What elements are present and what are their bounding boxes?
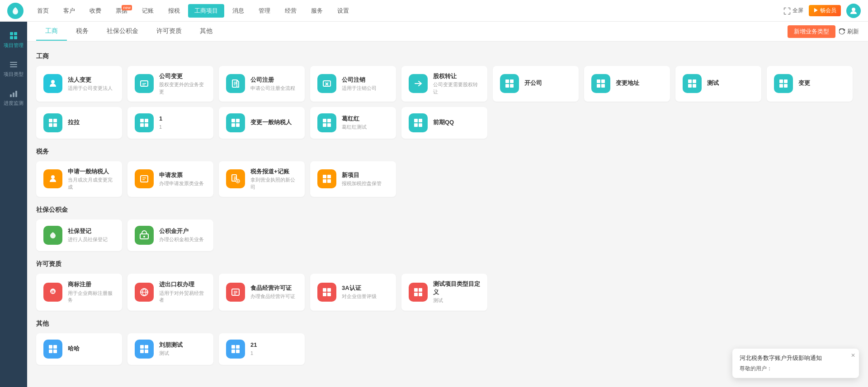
card-icon-company-reg (226, 74, 245, 93)
card-pre-qq[interactable]: 前期QQ (401, 107, 487, 139)
tab-xuke[interactable]: 许可资质 (147, 23, 191, 41)
nav-fee[interactable]: 收费 (83, 4, 108, 18)
card-name-liu-peng-test: 刘朋测试 (159, 341, 183, 349)
svg-point-1 (852, 8, 855, 11)
nav-settings[interactable]: 设置 (331, 4, 355, 18)
nav-account[interactable]: 记账 (136, 4, 160, 18)
notif-close-btn[interactable]: ✕ (851, 352, 855, 359)
svg-rect-80 (145, 350, 148, 353)
tab-shuiwu[interactable]: 税务 (67, 23, 98, 41)
svg-rect-16 (505, 79, 509, 83)
card-ge-hong-hong[interactable]: 葛红红 葛红红测试 (310, 107, 396, 139)
svg-rect-41 (236, 119, 240, 122)
card-desc-social-reg: 进行人员社保登记 (68, 236, 108, 243)
card-num1[interactable]: 1 1 (127, 107, 213, 139)
card-trademark[interactable]: 商标注册 用于企业商标注册服务 (36, 274, 122, 311)
tab-gongshang[interactable]: 工商 (36, 23, 67, 41)
card-change-tax[interactable]: 变更一般纳税人 (219, 107, 305, 139)
card-haha[interactable]: 哈哈 (36, 333, 122, 365)
card-apply-general-tax[interactable]: 申请一般纳税人 当月或次月成变更完成 (36, 161, 122, 197)
svg-rect-70 (419, 288, 422, 292)
card-company-cancel[interactable]: 公司注销 适用于注销公司 (310, 66, 396, 102)
fullscreen-btn[interactable]: 全屏 (783, 7, 803, 14)
card-desc-apply-general-tax: 当月或次月成变更完成 (68, 177, 115, 191)
nav-msg[interactable]: 消息 (226, 4, 250, 18)
nav-service[interactable]: 服务 (305, 4, 329, 18)
card-desc-test-proj-type: 测试 (433, 297, 480, 304)
card-fund-open[interactable]: 公积金开户 办理公积金相关业务 (127, 219, 213, 251)
card-test-proj-type[interactable]: 测试项目类型目定义 测试 (401, 274, 487, 311)
card-name-trademark: 商标注册 (68, 280, 115, 289)
vip-btn[interactable]: ▶ 畅会员 (809, 5, 841, 16)
svg-rect-23 (601, 84, 605, 88)
card-social-reg[interactable]: 社保登记 进行人员社保登记 (36, 219, 122, 251)
card-icon-test1 (683, 74, 702, 93)
card-name-3a-cert: 3A认证 (342, 284, 377, 292)
card-icon-apply-general-tax (43, 169, 62, 188)
card-tax-report[interactable]: 税务报道+记账 拿到营业执照的新公司 (219, 161, 305, 197)
card-name-test-proj-type: 测试项目类型目定义 (433, 280, 480, 296)
card-company-reg[interactable]: 公司注册 申请公司注册全流程 (219, 66, 305, 102)
card-company-change[interactable]: 公司变更 股权变更外的业务变更 (127, 66, 213, 102)
card-open-company[interactable]: 开公司 (493, 66, 579, 102)
card-3a-cert[interactable]: 3A认证 对企业信誉评级 (310, 274, 396, 311)
nav-operate[interactable]: 经营 (278, 4, 303, 18)
svg-rect-34 (49, 123, 52, 127)
svg-rect-56 (323, 175, 326, 178)
nav-ticket[interactable]: 票据 new (109, 4, 134, 18)
card-icon-ge-hong-hong (317, 113, 336, 132)
shuiwu-card-grid: 申请一般纳税人 当月或次月成变更完成 申请发票 办理申请发票类业务 税务报道 (36, 161, 859, 197)
card-import-export[interactable]: 进出口权办理 适用于对外贸易经营者 (127, 274, 213, 311)
svg-rect-78 (145, 345, 148, 349)
card-legal-change[interactable]: 法人变更 适用于公司变更法人 (36, 66, 122, 102)
svg-rect-68 (327, 293, 331, 296)
card-icon-open-company (500, 74, 519, 93)
card-desc-ge-hong-hong: 葛红红测试 (342, 124, 367, 131)
card-change1[interactable]: 变更 (767, 66, 853, 102)
sidebar-item-proj-type[interactable]: 项目类型 (1, 56, 26, 81)
refresh-btn[interactable]: 刷新 (839, 28, 859, 36)
nav-manage[interactable]: 管理 (252, 4, 277, 18)
svg-point-12 (51, 80, 55, 84)
card-apply-invoice[interactable]: 申请发票 办理申请发票类业务 (127, 161, 213, 197)
nav-client[interactable]: 客户 (57, 4, 81, 18)
card-desc-num21: 1 (250, 350, 257, 357)
card-desc-import-export: 适用于对外贸易经营者 (159, 290, 206, 304)
card-test1[interactable]: 测试 (675, 66, 761, 102)
svg-rect-66 (327, 288, 331, 292)
card-new-project[interactable]: 新项目 报税加税控盘保管 (310, 161, 396, 197)
card-equity-transfer[interactable]: 股权转让 公司变更需要股权转让 (401, 66, 487, 102)
nav-biz[interactable]: 工商项目 (188, 4, 224, 18)
nav-right: 全屏 ▶ 畅会员 (783, 4, 861, 18)
nav-tax[interactable]: 报税 (162, 4, 186, 18)
gongshang-card-grid: 法人变更 适用于公司变更法人 公司变更 股权变更外的业务变更 公司注册 (36, 66, 859, 139)
svg-rect-36 (140, 119, 144, 122)
card-desc-legal-change: 适用于公司变更法人 (68, 85, 113, 92)
svg-rect-64 (232, 289, 239, 295)
grid-icon (9, 31, 19, 41)
card-name-open-company: 开公司 (524, 79, 542, 87)
card-num21[interactable]: 21 1 (219, 333, 305, 365)
svg-rect-29 (784, 79, 788, 83)
svg-rect-43 (236, 123, 240, 127)
add-biz-type-btn[interactable]: 新增业务类型 (788, 25, 835, 38)
nav-home[interactable]: 首页 (31, 4, 55, 18)
sidebar-item-proj-manage[interactable]: 项目管理 (1, 27, 26, 52)
card-desc-food-license: 办理食品经营许可证 (250, 293, 295, 300)
svg-rect-17 (510, 79, 514, 83)
sidebar-item-progress[interactable]: 进度监测 (1, 85, 26, 110)
svg-rect-51 (419, 123, 422, 127)
card-change-address[interactable]: 变更地址 (584, 66, 670, 102)
avatar[interactable] (846, 4, 861, 18)
card-name-apply-general-tax: 申请一般纳税人 (68, 168, 115, 176)
tab-shebao[interactable]: 社保公积金 (98, 23, 147, 41)
card-name-company-cancel: 公司注销 (342, 76, 377, 84)
card-icon-3a-cert (317, 283, 336, 302)
svg-rect-8 (10, 66, 17, 67)
card-name-legal-change: 法人变更 (68, 76, 113, 84)
card-liu-peng-test[interactable]: 刘朋测试 测试 (127, 333, 213, 365)
tab-other[interactable]: 其他 (191, 23, 222, 41)
chart-icon (9, 89, 19, 98)
card-lala[interactable]: 拉拉 (36, 107, 122, 139)
card-food-license[interactable]: 食品经营许可证 办理食品经营许可证 (219, 274, 305, 311)
